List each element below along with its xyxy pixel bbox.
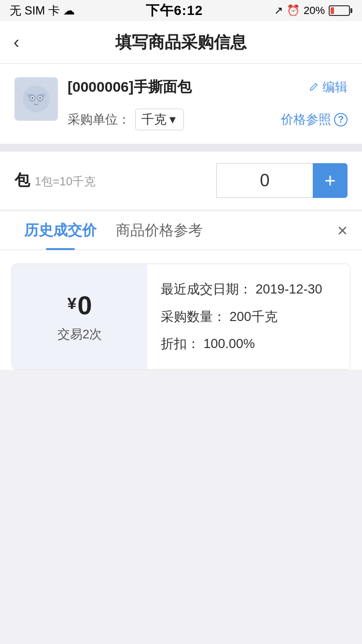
status-bar: 无 SIM 卡 ☁ 下午6:12 ↗ ⏰ 20% xyxy=(0,0,362,21)
history-purchase-qty: 采购数量： 200千克 xyxy=(161,307,336,327)
battery-icon xyxy=(329,5,352,16)
tab-product-price-ref[interactable]: 商品价格参考 xyxy=(106,211,212,250)
recent-date-value: 2019-12-30 xyxy=(256,282,322,296)
history-discount: 折扣： 100.00% xyxy=(161,334,336,354)
dropdown-arrow-icon: ▾ xyxy=(169,112,176,127)
edit-button[interactable]: 编辑 xyxy=(309,79,348,96)
history-card-right: 最近成交日期： 2019-12-30 采购数量： 200千克 折扣： 100.0… xyxy=(147,264,350,369)
quantity-input-group: + xyxy=(216,163,348,198)
product-name: [0000006]手撕面包 xyxy=(68,77,192,97)
product-bottom-row: 采购单位： 千克 ▾ 价格参照 ? xyxy=(68,109,348,130)
product-info: [0000006]手撕面包 编辑 采购单位： 千克 ▾ 价格参照 ? xyxy=(68,77,348,130)
tabs-row: 历史成交价 商品价格参考 × xyxy=(0,211,362,250)
history-card-left: ¥ 0 交易2次 xyxy=(12,264,147,369)
purchase-unit-label: 采购单位： xyxy=(68,111,130,128)
tab-history-price-label: 历史成交价 xyxy=(24,221,97,240)
history-trade-count: 交易2次 xyxy=(57,326,102,343)
panel-close-button[interactable]: × xyxy=(337,221,348,241)
main-background xyxy=(0,383,362,644)
quantity-plus-button[interactable]: + xyxy=(313,163,348,198)
quantity-input[interactable] xyxy=(216,163,313,198)
tab-history-price[interactable]: 历史成交价 xyxy=(14,211,106,250)
nav-bar: ‹ 填写商品采购信息 xyxy=(0,21,362,64)
status-left: 无 SIM 卡 ☁ xyxy=(10,3,75,18)
history-card: ¥ 0 交易2次 最近成交日期： 2019-12-30 采购数量： 200千克 … xyxy=(12,264,350,370)
panel-container: 历史成交价 商品价格参考 × ¥ 0 交易2次 最近成交日期： 2019-12-… xyxy=(0,211,362,370)
sim-wifi-label: 无 SIM 卡 ☁ xyxy=(10,3,75,18)
purchase-unit: 采购单位： 千克 ▾ xyxy=(68,109,184,130)
unit-dropdown[interactable]: 千克 ▾ xyxy=(135,109,184,130)
price-ref-button[interactable]: 价格参照 ? xyxy=(281,111,348,128)
unit-value: 千克 xyxy=(141,111,167,128)
product-thumbnail xyxy=(14,77,58,121)
price-ref-help-icon: ? xyxy=(334,113,348,126)
gps-icon: ↗ xyxy=(274,4,283,17)
history-price: ¥ 0 xyxy=(68,290,92,320)
back-button[interactable]: ‹ xyxy=(14,32,19,53)
quantity-label: 包 1包=10千克 xyxy=(14,170,96,191)
status-right: ↗ ⏰ 20% xyxy=(274,4,352,17)
product-card: [0000006]手撕面包 编辑 采购单位： 千克 ▾ 价格参照 ? xyxy=(0,64,362,144)
discount-value: 100.00% xyxy=(204,336,255,351)
quantity-unit-sub: 1包=10千克 xyxy=(35,174,96,189)
recent-date-label: 最近成交日期： xyxy=(161,282,252,296)
tab-product-price-ref-label: 商品价格参考 xyxy=(116,221,203,240)
discount-label: 折扣： xyxy=(161,336,200,351)
price-ref-label: 价格参照 xyxy=(281,111,331,128)
svg-point-5 xyxy=(31,97,33,99)
plus-icon: + xyxy=(324,170,335,192)
history-recent-date: 最近成交日期： 2019-12-30 xyxy=(161,280,336,299)
section-divider xyxy=(0,144,362,152)
status-time: 下午6:12 xyxy=(146,1,203,20)
purchase-qty-label: 采购数量： xyxy=(161,309,226,324)
product-top-row: [0000006]手撕面包 编辑 xyxy=(68,77,348,97)
price-symbol: ¥ xyxy=(68,294,77,313)
quantity-row: 包 1包=10千克 + xyxy=(0,152,362,210)
svg-point-6 xyxy=(39,97,41,99)
alarm-icon: ⏰ xyxy=(287,4,300,17)
price-value: 0 xyxy=(77,290,92,320)
quantity-unit-main: 包 xyxy=(14,170,30,191)
purchase-qty-value: 200千克 xyxy=(230,309,278,324)
svg-point-0 xyxy=(23,85,50,112)
page-title: 填写商品采购信息 xyxy=(115,31,247,54)
battery-percent: 20% xyxy=(304,4,325,17)
